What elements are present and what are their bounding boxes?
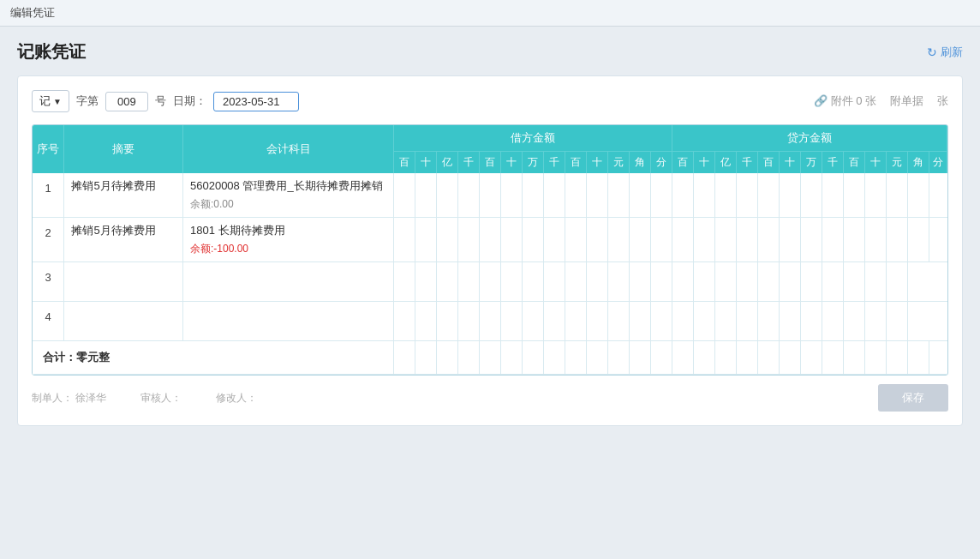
hao-label: 号 <box>155 93 166 109</box>
row1-account[interactable]: 56020008 管理费用_长期待摊费用摊销 余额:0.00 <box>182 173 393 218</box>
page-header: 记账凭证 ↻ 刷新 <box>17 40 963 63</box>
table-header-row-1: 序号 摘要 会计科目 借方金额 贷方金额 <box>33 125 947 152</box>
row4-seq: 4 <box>33 302 64 341</box>
title-bar: 编辑凭证 <box>0 0 980 27</box>
row2-desc[interactable]: 摊销5月待摊费用 <box>64 218 183 262</box>
dh-yuan1: 元 <box>608 152 630 174</box>
voucher-type-dropdown[interactable]: 记 ▼ <box>32 90 69 112</box>
row2-seq: 2 <box>33 218 64 262</box>
ch-qian2: 千 <box>822 152 844 174</box>
dropdown-arrow-icon: ▼ <box>53 97 62 106</box>
date-field[interactable]: 2023-05-31 <box>213 92 299 111</box>
save-button[interactable]: 保存 <box>878 384 948 412</box>
dh-fen1: 分 <box>651 152 672 174</box>
col-header-seq: 序号 <box>33 125 64 173</box>
refresh-icon: ↻ <box>927 45 937 59</box>
refresh-label: 刷新 <box>941 45 963 60</box>
modifier-label: 修改人： <box>216 392 257 404</box>
voucher-table-wrapper: 序号 摘要 会计科目 借方金额 贷方金额 百 十 亿 千 百 十 <box>32 124 948 376</box>
ch-wan1: 万 <box>801 152 822 174</box>
ch-shi1: 十 <box>694 152 715 174</box>
ch-shi2: 十 <box>780 152 801 174</box>
table-row: 3 <box>33 262 947 302</box>
table-row: 4 <box>33 302 947 341</box>
row1-desc[interactable]: 摊销5月待摊费用 <box>64 173 183 218</box>
ch-yuan1: 元 <box>887 152 908 174</box>
dh-bai2: 百 <box>480 152 501 174</box>
footer-info: 制单人： 徐泽华 审核人： 修改人： <box>32 391 257 406</box>
ch-bai2: 百 <box>758 152 780 174</box>
ch-shi3: 十 <box>865 152 887 174</box>
summary-row: 合计：零元整 <box>33 341 947 375</box>
main-window: 编辑凭证 记账凭证 ↻ 刷新 记 ▼ 字第 009 号 日期： <box>0 0 980 559</box>
ch-jiao1: 角 <box>908 152 929 174</box>
dh-shi1: 十 <box>415 152 437 174</box>
auditor-info: 审核人： <box>140 391 182 406</box>
dh-qian1: 千 <box>458 152 480 174</box>
row3-desc[interactable] <box>64 262 183 302</box>
table-row: 1 摊销5月待摊费用 56020008 管理费用_长期待摊费用摊销 余额:0.0… <box>33 173 947 218</box>
voucher-form-row: 记 ▼ 字第 009 号 日期： 2023-05-31 🔗 附件 0 张 <box>32 90 948 112</box>
maker-name: 徐泽华 <box>75 392 106 404</box>
summary-label: 合计：零元整 <box>33 341 394 375</box>
window-title: 编辑凭证 <box>10 6 55 19</box>
attachment-link[interactable]: 🔗 附件 0 张 <box>814 93 876 109</box>
date-label: 日期： <box>173 93 206 109</box>
dh-shi3: 十 <box>587 152 608 174</box>
row3-account[interactable] <box>182 262 393 302</box>
attachment-count-label: 张 <box>937 93 948 109</box>
voucher-type-label: 记 <box>39 93 51 109</box>
col-header-account: 会计科目 <box>182 125 393 173</box>
voucher-card: 记 ▼ 字第 009 号 日期： 2023-05-31 🔗 附件 0 张 <box>17 75 963 426</box>
table-body: 1 摊销5月待摊费用 56020008 管理费用_长期待摊费用摊销 余额:0.0… <box>33 173 947 375</box>
row2-account[interactable]: 1801 长期待摊费用 余额:-100.00 <box>182 218 393 262</box>
ch-qian1: 千 <box>737 152 758 174</box>
maker-label: 制单人： <box>32 392 73 404</box>
dh-shi2: 十 <box>501 152 523 174</box>
ch-yi1: 亿 <box>715 152 737 174</box>
dh-wan1: 万 <box>523 152 544 174</box>
col-header-desc: 摘要 <box>64 125 183 173</box>
dh-qian2: 千 <box>544 152 565 174</box>
page-title: 记账凭证 <box>17 40 86 63</box>
modifier-info: 修改人： <box>216 391 257 406</box>
dh-bai1: 百 <box>394 152 415 174</box>
voucher-table: 序号 摘要 会计科目 借方金额 贷方金额 百 十 亿 千 百 十 <box>33 125 947 375</box>
footer-row: 制单人： 徐泽华 审核人： 修改人： 保存 <box>32 376 948 412</box>
maker-info: 制单人： 徐泽华 <box>32 391 106 406</box>
ch-bai1: 百 <box>672 152 694 174</box>
col-header-debit: 借方金额 <box>394 125 672 152</box>
dh-yi1: 亿 <box>437 152 458 174</box>
ch-bai3: 百 <box>844 152 865 174</box>
dh-bai3: 百 <box>565 152 587 174</box>
col-header-credit: 贷方金额 <box>672 125 947 152</box>
paperclip-icon: 🔗 <box>814 94 828 107</box>
row4-desc[interactable] <box>64 302 183 341</box>
attachments-area: 🔗 附件 0 张 附单据 张 <box>814 93 948 109</box>
refresh-button[interactable]: ↻ 刷新 <box>927 45 963 60</box>
zi-label: 字第 <box>76 93 99 109</box>
ch-fen1: 分 <box>929 152 947 174</box>
voucher-number-field[interactable]: 009 <box>105 92 148 111</box>
row4-account[interactable] <box>182 302 393 341</box>
content-area: 记账凭证 ↻ 刷新 记 ▼ 字第 009 号 日期： 2023-05-3 <box>0 27 980 559</box>
row3-seq: 3 <box>33 262 64 302</box>
row1-seq: 1 <box>33 173 64 218</box>
dh-jiao1: 角 <box>630 152 651 174</box>
attachment-doc-label: 附单据 <box>890 93 923 109</box>
table-row: 2 摊销5月待摊费用 1801 长期待摊费用 余额:-100.00 <box>33 218 947 262</box>
auditor-label: 审核人： <box>140 392 182 404</box>
